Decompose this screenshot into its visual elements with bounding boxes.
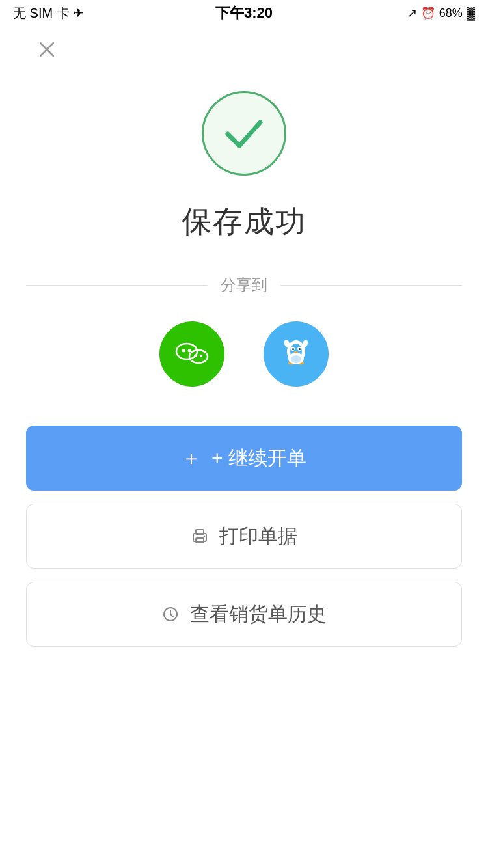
share-divider: 分享到 (0, 275, 488, 295)
close-button[interactable] (33, 35, 61, 64)
continue-order-button[interactable]: ＋ + 继续开单 (26, 426, 462, 491)
divider-line-right (280, 285, 462, 286)
action-buttons: ＋ + 继续开单 打印单据 查看销货单历史 (0, 426, 488, 647)
status-time: 下午3:20 (215, 3, 273, 23)
history-button[interactable]: 查看销货单历史 (26, 582, 462, 647)
share-wechat-button[interactable] (159, 321, 224, 387)
svg-point-7 (200, 355, 202, 357)
print-icon (191, 527, 209, 545)
svg-point-6 (194, 355, 197, 357)
battery-percent: 68% (439, 7, 463, 20)
alarm-icon: ⏰ (421, 6, 435, 20)
status-right: ↗ ⏰ 68% ▓ (407, 6, 475, 20)
svg-point-5 (188, 349, 191, 353)
plus-icon: ＋ (182, 445, 201, 472)
share-icons-row (159, 321, 329, 387)
checkmark-icon (221, 111, 267, 156)
print-button[interactable]: 打印单据 (26, 504, 462, 569)
history-label: 查看销货单历史 (190, 601, 327, 628)
main-content: 保存成功 分享到 (0, 26, 488, 647)
print-label: 打印单据 (219, 523, 297, 550)
success-title: 保存成功 (182, 202, 306, 242)
location-icon: ↗ (407, 6, 417, 20)
share-label: 分享到 (208, 275, 280, 295)
sim-status: 无 SIM 卡 ✈ (13, 5, 84, 22)
svg-point-3 (189, 350, 208, 363)
history-icon (161, 605, 180, 623)
success-icon-circle (202, 91, 286, 176)
status-bar: 无 SIM 卡 ✈ 下午3:20 ↗ ⏰ 68% ▓ (0, 0, 488, 26)
svg-point-12 (292, 348, 294, 350)
svg-point-24 (204, 536, 206, 537)
divider-line-left (26, 285, 208, 286)
wechat-icon (172, 334, 211, 373)
battery-icon: ▓ (467, 7, 475, 20)
svg-point-18 (291, 355, 301, 363)
share-qq-button[interactable] (264, 321, 329, 387)
status-left: 无 SIM 卡 ✈ (13, 5, 84, 22)
qq-icon (277, 334, 316, 373)
svg-point-13 (299, 348, 301, 350)
svg-point-4 (182, 349, 185, 353)
